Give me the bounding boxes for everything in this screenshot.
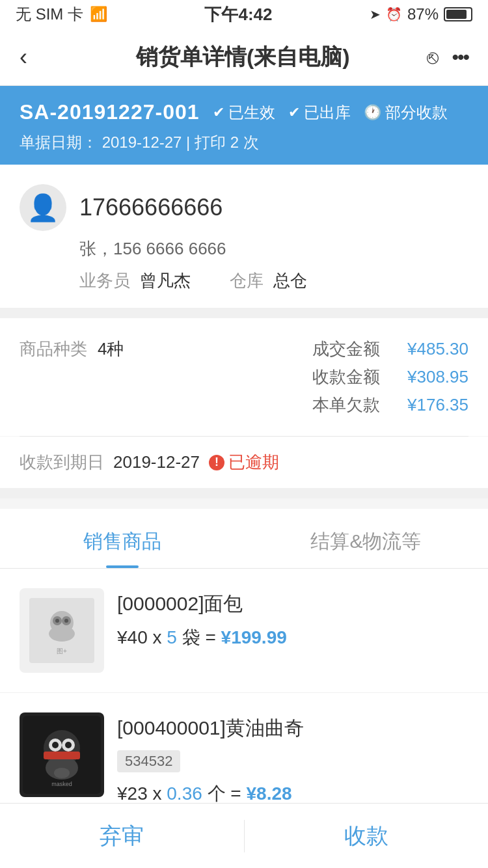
avatar-icon: 👤 (27, 193, 59, 223)
customer-name: 17666666666 (79, 194, 223, 221)
customer-staff-row: 业务员 曾凡杰 仓库 总仓 (20, 269, 468, 292)
staff-item: 业务员 曾凡杰 (79, 269, 191, 292)
product-image-1: 图+ (20, 588, 104, 673)
summary-left: 商品种类 4种 (20, 338, 124, 360)
debt-amount-row: 本单欠款 ¥176.35 (312, 394, 468, 416)
check-icon-2: ✔ (288, 104, 300, 121)
customer-section: 👤 17666666666 张，156 6666 6666 业务员 曾凡杰 仓库… (0, 165, 488, 308)
order-header: SA-20191227-001 ✔ 已生效 ✔ 已出库 🕐 部分收款 单据日期：… (0, 86, 488, 165)
bottom-bar: 弃审 收款 (0, 803, 488, 868)
warehouse-item: 仓库 总仓 (230, 269, 307, 292)
status-time: 下午4:42 (204, 3, 272, 26)
overdue-icon: ! (209, 455, 224, 470)
status-badge-2: ✔ 已出库 (288, 102, 351, 123)
summary-row: 商品种类 4种 成交金额 ¥485.30 收款金额 ¥308.95 本单欠款 ¥… (20, 338, 468, 416)
tabs-section: 销售商品 结算&物流等 (0, 509, 488, 569)
order-meta: 单据日期： 2019-12-27 | 打印 2 次 (20, 132, 468, 153)
deal-amount: ¥485.30 (407, 339, 468, 359)
svg-text:图+: 图+ (57, 647, 67, 655)
product-tag-2: 534532 (117, 750, 180, 772)
status-left: 无 SIM 卡 📶 (16, 4, 107, 25)
customer-row: 👤 17666666666 (20, 184, 468, 231)
deal-amount-row: 成交金额 ¥485.30 (312, 338, 468, 360)
status-badge-1: ✔ 已生效 (213, 102, 275, 123)
divider-1 (0, 308, 488, 318)
divider-2 (0, 488, 488, 498)
tab-active-indicator (106, 565, 139, 568)
svg-point-5 (64, 619, 68, 623)
customer-contact: 张，156 6666 6666 (20, 237, 468, 260)
clock-icon: 🕐 (364, 104, 381, 121)
svg-point-16 (54, 768, 70, 778)
debt-amount: ¥176.35 (407, 395, 468, 415)
battery-label: 87% (407, 5, 439, 23)
battery-icon (444, 7, 472, 21)
product-info-1: [0000002]面包 ¥40 x 5 袋 = ¥199.99 (117, 588, 468, 650)
back-button[interactable]: ‹ (20, 44, 59, 71)
tab-sales-products[interactable]: 销售商品 (0, 509, 244, 568)
avatar: 👤 (20, 184, 66, 231)
check-icon-1: ✔ (213, 104, 224, 121)
page-title: 销货单详情(来自电脑) (59, 42, 427, 72)
svg-point-13 (52, 742, 59, 748)
svg-point-6 (49, 626, 75, 642)
receipt-amount-row: 收款金额 ¥308.95 (312, 366, 468, 388)
overdue-badge: ! 已逾期 (209, 451, 279, 474)
svg-rect-15 (44, 752, 80, 759)
status-badge-3: 🕐 部分收款 (364, 102, 448, 123)
order-id: SA-20191227-001 (20, 100, 200, 124)
alarm-icon: ⏰ (386, 7, 402, 22)
overdue-text: 已逾期 (228, 451, 279, 474)
wifi-icon: 📶 (90, 6, 107, 23)
svg-point-14 (65, 742, 72, 748)
svg-text:masked: masked (51, 781, 72, 787)
order-id-row: SA-20191227-001 ✔ 已生效 ✔ 已出库 🕐 部分收款 (20, 100, 468, 124)
tab-settlement[interactable]: 结算&物流等 (244, 509, 488, 568)
product-price-1: ¥40 x 5 袋 = ¥199.99 (117, 625, 468, 650)
tabs-row: 销售商品 结算&物流等 (0, 509, 488, 568)
status-right: ➤ ⏰ 87% (370, 5, 472, 23)
product-image-2: masked (20, 712, 104, 797)
location-icon: ➤ (370, 7, 381, 22)
summary-right: 成交金额 ¥485.30 收款金额 ¥308.95 本单欠款 ¥176.35 (312, 338, 468, 416)
product-name-2: [000400001]黄油曲奇 (117, 715, 468, 742)
more-icon[interactable]: ••• (452, 46, 468, 68)
svg-point-4 (55, 619, 59, 623)
products-section: 图+ [0000002]面包 ¥40 x 5 袋 = ¥199.99 (0, 569, 488, 826)
due-section: 收款到期日 2019-12-27 ! 已逾期 (0, 437, 488, 488)
cancel-review-button[interactable]: 弃审 (0, 808, 244, 864)
product-name-1: [0000002]面包 (117, 591, 468, 617)
share-icon[interactable]: ⎋ (427, 46, 439, 68)
collect-payment-button[interactable]: 收款 (245, 808, 489, 864)
carrier-label: 无 SIM 卡 (16, 4, 83, 25)
product-item: 图+ [0000002]面包 ¥40 x 5 袋 = ¥199.99 (0, 569, 488, 693)
nav-bar: ‹ 销货单详情(来自电脑) ⎋ ••• (0, 29, 488, 86)
nav-actions: ⎋ ••• (427, 46, 468, 68)
product-info-2: [000400001]黄油曲奇 534532 ¥23 x 0.36 个 = ¥8… (117, 712, 468, 806)
receipt-amount: ¥308.95 (407, 367, 468, 387)
status-bar: 无 SIM 卡 📶 下午4:42 ➤ ⏰ 87% (0, 0, 488, 29)
product-placeholder-2: masked (23, 716, 101, 794)
product-placeholder-1: 图+ (29, 598, 94, 663)
summary-section: 商品种类 4种 成交金额 ¥485.30 收款金额 ¥308.95 本单欠款 ¥… (0, 318, 488, 436)
